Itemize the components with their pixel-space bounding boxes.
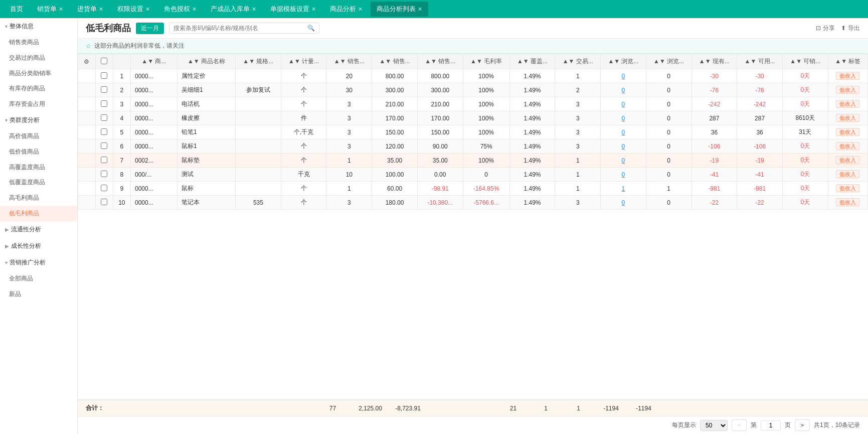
nav-close-role-auth[interactable]: ✕ <box>192 6 197 13</box>
col-sales-amt-header[interactable]: ▲▼ 销售... <box>372 54 418 69</box>
sidebar-group-marketing[interactable]: ▾ 营销推广分析 <box>0 254 77 271</box>
nav-template-settings[interactable]: 单据模板设置 ✕ <box>264 2 322 17</box>
row-unit: 个 <box>281 182 326 196</box>
footer-sales-profit: -8,723.91 <box>389 405 427 412</box>
row-view1[interactable]: 0 <box>601 168 646 182</box>
nav-home[interactable]: 首页 <box>4 2 29 17</box>
nav-close-goods-analysis-list[interactable]: ✕ <box>418 6 422 13</box>
col-view2-header[interactable]: ▲▼ 浏览... <box>646 54 691 69</box>
sidebar-item-high-value[interactable]: 高价值商品 <box>0 128 77 144</box>
row-check[interactable] <box>95 154 113 168</box>
row-view1[interactable]: 0 <box>601 125 646 139</box>
row-check[interactable] <box>95 139 113 154</box>
col-sales-qty-header[interactable]: ▲▼ 销售... <box>326 54 372 69</box>
sidebar-item-high-margin[interactable]: 高毛利商品 <box>0 190 77 206</box>
nav-sales-order[interactable]: 销货单 ✕ <box>31 2 69 17</box>
sidebar-item-category-rate[interactable]: 商品分类助销率 <box>0 66 77 81</box>
row-view1[interactable]: 0 <box>601 139 646 154</box>
page-input[interactable] <box>761 420 781 430</box>
sidebar-item-low-coverage[interactable]: 低覆盖度商品 <box>0 175 77 190</box>
nav-role-auth[interactable]: 角色授权 ✕ <box>158 2 203 17</box>
col-setting[interactable]: ⚙ <box>78 54 96 69</box>
sidebar-item-low-value[interactable]: 低价值商品 <box>0 144 77 160</box>
col-sales-profit-header[interactable]: ▲▼ 销售... <box>417 54 463 69</box>
sidebar-group-growth-arrow: ▶ <box>5 243 9 249</box>
nav-close-template-settings[interactable]: ✕ <box>311 6 316 13</box>
row-stock: -19 <box>691 154 737 168</box>
nav-goods-analysis-list[interactable]: 商品分析列表 ✕ <box>371 2 428 17</box>
per-page-select[interactable]: 50 20 100 <box>700 420 728 431</box>
row-view1[interactable]: 0 <box>601 69 646 83</box>
col-num <box>113 54 130 69</box>
row-tag: 低收入 <box>828 154 867 168</box>
col-margin-header[interactable]: ▲▼ 毛利率 <box>463 54 509 69</box>
sidebar-group-overall[interactable]: ▾ 整体信息 <box>0 18 77 35</box>
row-view2: 0 <box>646 97 691 111</box>
search-icon[interactable]: 🔍 <box>307 25 315 32</box>
sidebar-group-flow[interactable]: ▶ 流通性分析 <box>0 221 77 238</box>
row-view1[interactable]: 0 <box>601 154 646 168</box>
search-input[interactable] <box>173 25 304 32</box>
row-check[interactable] <box>95 196 113 210</box>
row-sales-qty: 3 <box>326 139 372 154</box>
sidebar-item-capital[interactable]: 库存资金占用 <box>0 96 77 112</box>
nav-close-product-entry[interactable]: ✕ <box>252 6 256 13</box>
col-tag-header[interactable]: ▲▼ 标签 <box>828 54 867 69</box>
table-row: 7 0002... 鼠标垫 个 1 35.00 35.00 100% 1.49%… <box>78 154 868 168</box>
sidebar-group-growth[interactable]: ▶ 成长性分析 <box>0 238 77 254</box>
sidebar-item-new-products[interactable]: 新品 <box>0 286 77 302</box>
col-view1-header[interactable]: ▲▼ 浏览... <box>601 54 646 69</box>
sidebar-item-all-products[interactable]: 全部商品 <box>0 271 77 286</box>
row-check[interactable] <box>95 168 113 182</box>
col-code-header[interactable]: ▲▼ 商... <box>130 54 177 69</box>
row-view1[interactable]: 0 <box>601 111 646 125</box>
header-actions: ⊡ 分享 ⬆ 导出 <box>816 24 860 33</box>
row-view1[interactable]: 0 <box>601 97 646 111</box>
row-view2: 0 <box>646 125 691 139</box>
row-check[interactable] <box>95 111 113 125</box>
row-check[interactable] <box>95 125 113 139</box>
nav-close-sales-order[interactable]: ✕ <box>59 6 63 13</box>
nav-product-entry[interactable]: 产成品入库单 ✕ <box>205 2 262 17</box>
nav-close-purchase-order[interactable]: ✕ <box>99 6 103 13</box>
row-margin: 100% <box>463 83 509 97</box>
nav-purchase-order[interactable]: 进货单 ✕ <box>71 2 109 17</box>
sidebar-item-low-margin[interactable]: 低毛利商品 <box>0 206 77 221</box>
nav-close-permissions[interactable]: ✕ <box>145 6 150 13</box>
row-view1[interactable]: 1 <box>601 182 646 196</box>
col-unit-header[interactable]: ▲▼ 计量... <box>281 54 326 69</box>
col-name-header[interactable]: ▲▼ 商品名称 <box>177 54 235 69</box>
export-button[interactable]: ⬆ 导出 <box>841 24 860 33</box>
sidebar-item-stocked[interactable]: 有库存的商品 <box>0 81 77 96</box>
sidebar-item-high-coverage[interactable]: 高覆盖度商品 <box>0 160 77 175</box>
date-filter-button[interactable]: 近一月 <box>136 23 164 34</box>
row-view2: 0 <box>646 196 691 210</box>
nav-close-goods-analysis[interactable]: ✕ <box>358 6 363 13</box>
row-check[interactable] <box>95 182 113 196</box>
row-check[interactable] <box>95 83 113 97</box>
nav-permissions[interactable]: 权限设置 ✕ <box>111 2 156 17</box>
row-unit: 个,千克 <box>281 125 326 139</box>
prev-page-button[interactable]: ＜ <box>732 419 747 431</box>
row-coverage: 1.49% <box>509 139 555 154</box>
col-trade-header[interactable]: ▲▼ 交易... <box>555 54 601 69</box>
share-button[interactable]: ⊡ 分享 <box>816 24 835 33</box>
row-check[interactable] <box>95 97 113 111</box>
sidebar-item-traded-products[interactable]: 交易过的商品 <box>0 50 77 66</box>
row-num: 10 <box>113 196 130 210</box>
col-stock-header[interactable]: ▲▼ 现有... <box>691 54 737 69</box>
sidebar-group-segment[interactable]: ▾ 类群度分析 <box>0 112 77 128</box>
row-view1[interactable]: 0 <box>601 83 646 97</box>
nav-goods-analysis[interactable]: 商品分析 ✕ <box>324 2 369 17</box>
col-spec-header[interactable]: ▲▼ 规格... <box>236 54 281 69</box>
sidebar-item-sales-products[interactable]: 销售类商品 <box>0 35 77 50</box>
row-view1[interactable]: 0 <box>601 196 646 210</box>
col-avail-header[interactable]: ▲▼ 可用... <box>737 54 783 69</box>
row-sales-amt: 150.00 <box>372 125 418 139</box>
select-all-checkbox[interactable] <box>101 58 107 64</box>
next-page-button[interactable]: ＞ <box>795 419 810 431</box>
row-check[interactable] <box>95 69 113 83</box>
col-coverage-header[interactable]: ▲▼ 覆盖... <box>509 54 555 69</box>
col-sellable-header[interactable]: ▲▼ 可销... <box>782 54 828 69</box>
row-setting <box>78 125 96 139</box>
